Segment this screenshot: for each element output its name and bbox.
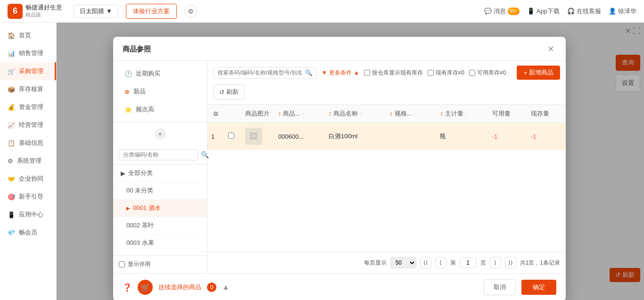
notification-btn[interactable]: 💬 消息 99+: [484, 7, 520, 16]
confirm-btn[interactable]: 确定: [521, 280, 556, 295]
sidebar-item-enterprise[interactable]: 🤝 企业协同: [0, 170, 56, 188]
arrow-icon: ▶: [121, 170, 125, 177]
collapse-btn[interactable]: «: [155, 128, 166, 140]
show-disabled-label[interactable]: 显示停用: [128, 260, 150, 268]
sidebar-item-member[interactable]: 💎 畅会员: [0, 224, 56, 242]
th-code[interactable]: ↕ 商品...: [274, 105, 325, 123]
sidebar-item-home[interactable]: 🏠 首页: [0, 26, 56, 44]
td-unit: 瓶: [436, 123, 488, 150]
star-icon: ⭐: [124, 106, 132, 113]
category-search-input[interactable]: [119, 149, 198, 160]
sidebar-item-basic-info[interactable]: 📋 基础信息: [0, 134, 56, 152]
chevron-down-icon: ▼: [106, 8, 112, 15]
modal-close-btn[interactable]: ✕: [545, 43, 556, 55]
th-unit[interactable]: ↕ 主计量: [436, 105, 488, 123]
check-available-label: 可用库存≠0: [477, 69, 506, 77]
sidebar-item-label: 企业协同: [19, 175, 43, 183]
help-icon[interactable]: ❓: [123, 283, 132, 292]
prev-page-btn[interactable]: ⟨: [435, 257, 446, 268]
sidebar-item-system[interactable]: ⚙ 系统管理: [0, 152, 56, 170]
category-label: 00 未分类: [126, 186, 153, 195]
sidebar-item-finance[interactable]: 💰 资金管理: [0, 98, 56, 116]
td-stock: -1: [527, 123, 566, 150]
row-checkbox[interactable]: [228, 133, 234, 139]
filter-arrow-icon: ▲: [354, 69, 359, 76]
sidebar-item-sales[interactable]: 📊 销售管理: [0, 44, 56, 62]
sidebar-item-purchase[interactable]: 🛒 采购管理: [0, 62, 56, 80]
cancel-btn[interactable]: 取消: [484, 279, 516, 295]
recent-purchase-item[interactable]: 🕐 近期购买: [119, 66, 201, 82]
category-label: 全部分类: [128, 169, 153, 177]
category-label: 0002 茶叶: [126, 221, 154, 230]
category-all[interactable]: ▶ 全部分类: [113, 165, 207, 182]
th-name[interactable]: ↕ 商品名称: [325, 105, 386, 123]
category-list: ▶ 全部分类 00 未分类 ▶ 0001 酒水 0002 茶: [113, 165, 207, 255]
left-menu: 🕐 近期购买 ⊕ 新品 ⭐ 频次高: [113, 61, 207, 123]
sidebar-item-label: 首页: [19, 31, 31, 40]
table-row[interactable]: 1 🖼 000600... 白酒100ml: [207, 123, 566, 150]
category-0001[interactable]: ▶ 0001 酒水: [113, 200, 207, 217]
add-label: 新增商品: [529, 68, 553, 77]
collapse-cart-icon[interactable]: ▲: [222, 283, 230, 292]
td-check[interactable]: [224, 123, 241, 150]
pagination: 每页显示 50 10 20 100 ⟨⟨ ⟨ 第 页: [207, 252, 566, 273]
page-number-input[interactable]: [460, 258, 477, 268]
add-product-btn[interactable]: + 新增商品: [517, 66, 560, 80]
high-freq-item[interactable]: ⭐ 频次高: [119, 101, 201, 117]
next-page-btn[interactable]: ⟩: [490, 257, 501, 268]
refresh-label: 刷新: [226, 88, 239, 96]
td-name: 白酒100ml: [325, 123, 386, 150]
new-product-item[interactable]: ⊕ 新品: [119, 83, 201, 100]
brand-info: 畅捷通好生意 精品版: [25, 4, 62, 18]
plus-icon: +: [523, 69, 527, 76]
th-settings[interactable]: ⚙: [207, 105, 224, 123]
search-icon[interactable]: 🔍: [305, 69, 313, 76]
sidebar-item-inventory[interactable]: 📦 库存核算: [0, 80, 56, 98]
cart-btn[interactable]: 🛒: [138, 280, 153, 295]
user-avatar[interactable]: 👤 徐泽华: [609, 7, 636, 16]
trial-btn[interactable]: 体验行业方案: [126, 4, 177, 19]
top-nav: 6 畅捷通好生意 精品版 日太阳膜 ▼ 体验行业方案 ⚙ 💬 消息 99+ 📱 …: [0, 0, 644, 23]
enterprise-icon: 🤝: [8, 175, 15, 183]
category-00[interactable]: 00 未分类: [113, 182, 207, 200]
category-search-row: 🔍: [113, 145, 207, 165]
sidebar-item-label: 经营管理: [19, 121, 43, 129]
phone-icon: 📱: [527, 8, 535, 15]
last-page-btn[interactable]: ⟩⟩: [505, 257, 516, 268]
th-spec[interactable]: ↕ 规格...: [386, 105, 437, 123]
check-available-nonzero[interactable]: 可用库存≠0: [469, 69, 506, 77]
sidebar-item-label: 新手引导: [19, 192, 43, 201]
th-unit-label: 主计量: [445, 110, 463, 117]
show-disabled-checkbox[interactable]: [119, 261, 125, 267]
business-icon: 📈: [8, 122, 15, 129]
product-search-input[interactable]: [217, 69, 302, 76]
filter-btn[interactable]: ▼ 更多条件 ▲: [322, 69, 359, 77]
table-header-row: ⚙ 商品图片 ↕ 商品... ↕: [207, 105, 566, 123]
notification-badge: 99+: [508, 8, 520, 15]
check-stock-nonzero[interactable]: 现有库存≠0: [428, 69, 464, 77]
category-0003[interactable]: 0003 水果: [113, 234, 207, 252]
cart-count-badge: 0: [207, 283, 216, 292]
sidebar-item-business[interactable]: 📈 经营管理: [0, 116, 56, 134]
modal-left-panel: 🕐 近期购买 ⊕ 新品 ⭐ 频次高: [113, 61, 207, 273]
finance-icon: 💰: [8, 104, 15, 111]
logo-area: 6 畅捷通好生意 精品版: [8, 4, 62, 19]
logo-icon: 6: [8, 4, 23, 19]
refresh-btn[interactable]: ↺ 刷新: [213, 84, 245, 100]
online-support-btn[interactable]: 🎧 在线客服: [567, 7, 601, 16]
filter-icon: ▼: [322, 69, 327, 76]
th-check: [224, 105, 241, 123]
nav-selector[interactable]: 日太阳膜 ▼: [74, 5, 118, 18]
app-download-btn[interactable]: 📱 App下载: [527, 7, 560, 16]
th-name-label: 商品名称: [333, 110, 358, 117]
guide-icon: 🎯: [8, 193, 15, 200]
category-0002[interactable]: 0002 茶叶: [113, 217, 207, 234]
page-size-select[interactable]: 50 10 20 100: [390, 257, 416, 268]
sidebar-item-guide[interactable]: 🎯 新手引导: [0, 188, 56, 206]
category-0004[interactable]: 0004 零食: [113, 252, 207, 255]
check-by-warehouse[interactable]: 按仓库显示现有库存: [364, 69, 423, 77]
settings-icon[interactable]: ⚙: [184, 5, 198, 18]
first-page-btn[interactable]: ⟨⟨: [420, 257, 431, 268]
sidebar-item-apps[interactable]: 📱 应用中心: [0, 206, 56, 224]
continuous-label: 连续选择的商品: [158, 283, 201, 292]
